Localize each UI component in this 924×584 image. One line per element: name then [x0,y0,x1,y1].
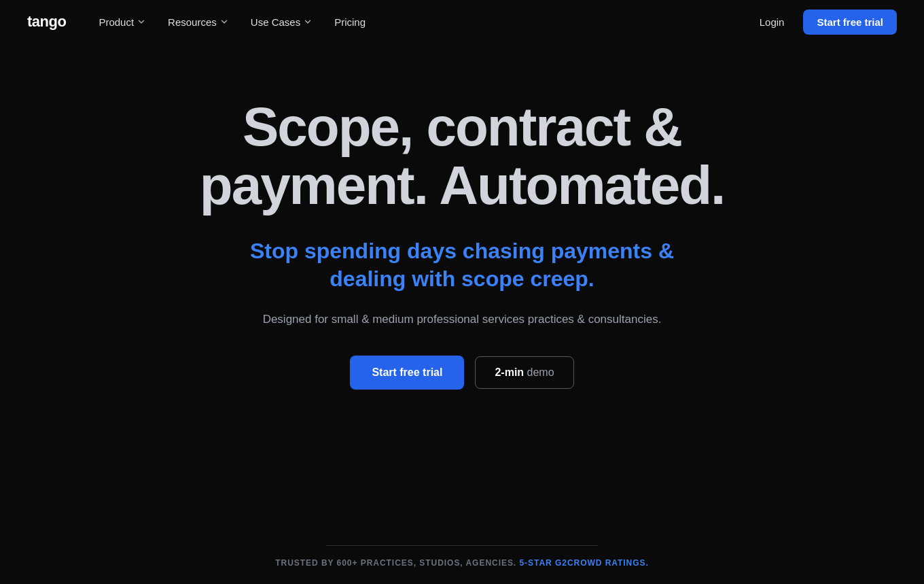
trusted-prefix: TRUSTED BY 600+ PRACTICES, STUDIOS, AGEN… [275,558,516,568]
nav-item-product[interactable]: Product [90,11,154,33]
nav-item-use-cases[interactable]: Use Cases [243,11,321,33]
nav-right: Login Start free trial [751,10,897,35]
trusted-bar: TRUSTED BY 600+ PRACTICES, STUDIOS, AGEN… [0,529,924,584]
hero-description: Designed for small & medium professional… [263,310,662,328]
nav-cta-button[interactable]: Start free trial [803,10,897,35]
logo[interactable]: tango [27,13,66,31]
nav-item-resources[interactable]: Resources [160,11,237,33]
trusted-text: TRUSTED BY 600+ PRACTICES, STUDIOS, AGEN… [27,558,897,568]
chevron-down-icon [219,17,229,27]
hero-section: Scope, contract & payment. Automated. St… [0,44,924,430]
chevron-down-icon [137,17,146,27]
hero-cta-button[interactable]: Start free trial [350,356,464,390]
nav-links: Product Resources Use Cases [90,11,374,33]
nav-item-pricing[interactable]: Pricing [326,11,374,33]
demo-min-label: 2-min [495,366,524,378]
login-button[interactable]: Login [751,11,793,33]
chevron-down-icon [303,17,313,27]
demo-button[interactable]: 2-min demo [475,356,573,389]
navbar: tango Product Resources Use Cases [0,0,924,44]
main-content: Scope, contract & payment. Automated. St… [0,44,924,584]
hero-subheadline: Stop spending days chasing payments & de… [224,237,700,294]
demo-text-label: demo [527,366,554,378]
nav-product-label: Product [99,16,134,28]
trusted-divider [326,545,598,546]
nav-use-cases-label: Use Cases [251,16,300,28]
nav-resources-label: Resources [168,16,217,28]
nav-pricing-label: Pricing [334,16,366,28]
hero-buttons: Start free trial 2-min demo [350,356,573,390]
trusted-suffix: 5-STAR G2CROWD RATINGS. [519,558,648,568]
nav-left: tango Product Resources Use Cases [27,11,374,33]
hero-headline: Scope, contract & payment. Automated. [156,98,768,216]
